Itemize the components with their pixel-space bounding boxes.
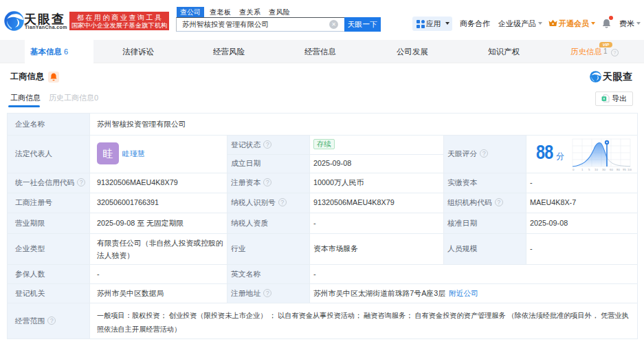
- svg-text:60: 60: [610, 168, 613, 171]
- svg-text:95: 95: [623, 168, 626, 171]
- svg-text:5: 5: [588, 168, 590, 171]
- svg-text:1: 1: [581, 168, 584, 171]
- svg-text:100: 100: [628, 168, 632, 171]
- svg-text:0: 0: [573, 168, 575, 171]
- svg-text:30: 30: [602, 168, 606, 171]
- svg-text:10: 10: [595, 168, 598, 171]
- svg-text:80: 80: [617, 168, 620, 171]
